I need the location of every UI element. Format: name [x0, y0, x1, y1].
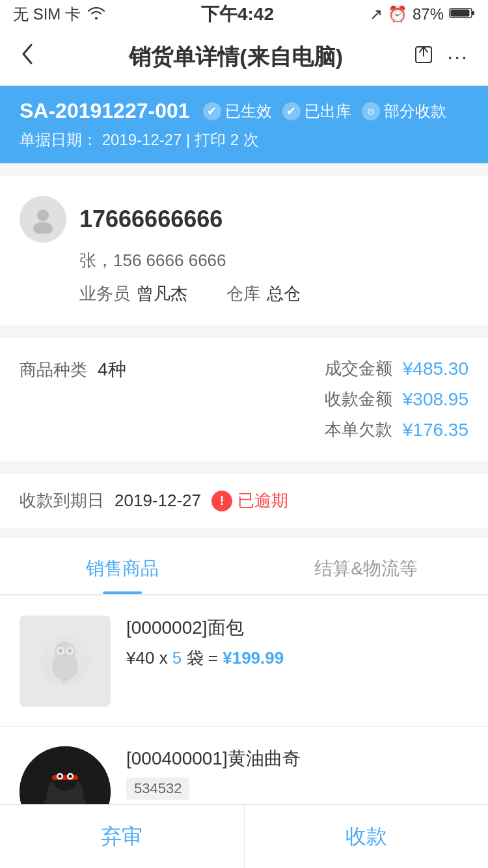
order-number: SA-20191227-001 — [20, 99, 190, 123]
order-date: 2019-12-27 — [102, 131, 182, 148]
badge-activated: ✔ 已生效 — [203, 101, 272, 122]
received-amount-row: 收款金额 ¥308.95 — [325, 388, 468, 411]
order-banner: SA-20191227-001 ✔ 已生效 ✔ 已出库 ⊙ 部分收款 单据日期：… — [0, 86, 488, 163]
battery-icon — [449, 5, 475, 23]
owed-amount-value: ¥176.35 — [403, 420, 468, 441]
deal-amount-label: 成交金额 — [325, 357, 392, 380]
sim-status: 无 SIM 卡 — [13, 4, 81, 25]
time: 下午4:42 — [201, 2, 274, 27]
product-name-2: [000400001]黄油曲奇 — [126, 746, 468, 771]
product-details-1: [0000002]面包 ¥40 x 5 袋 = ¥199.99 — [126, 616, 468, 707]
status-right: ↗ ⏰ 87% — [370, 5, 475, 23]
product-equals-1: = — [208, 648, 223, 668]
product-qty-1: 5 — [172, 648, 182, 668]
sales-person: 业务员 曾凡杰 — [79, 282, 187, 305]
product-sku-2: 534532 — [126, 778, 189, 800]
warehouse: 仓库 总仓 — [226, 282, 301, 305]
partial-icon: ⊙ — [362, 102, 380, 120]
wifi-icon — [87, 5, 105, 23]
product-name-1: [0000002]面包 — [126, 616, 468, 640]
product-total-1: ¥199.99 — [223, 648, 284, 668]
nav-bar: 销货单详情(来自电脑) ··· — [0, 29, 488, 86]
stats-section: 商品种类 4种 成交金额 ¥485.30 收款金额 ¥308.95 本单欠款 ¥… — [0, 338, 488, 461]
print-label: 打印 — [195, 131, 226, 148]
owed-amount-row: 本单欠款 ¥176.35 — [325, 418, 468, 441]
activated-icon: ✔ — [203, 102, 221, 120]
category-label: 商品种类 — [20, 359, 87, 381]
svg-point-12 — [68, 649, 72, 653]
warehouse-label: 仓库 — [226, 282, 260, 305]
svg-point-5 — [33, 222, 53, 234]
partial-label: 部分收款 — [384, 101, 446, 122]
print-suffix: 次 — [243, 131, 259, 148]
alarm-icon: ⏰ — [388, 5, 407, 23]
category-row: 商品种类 4种 — [20, 357, 126, 382]
received-amount-value: ¥308.95 — [403, 389, 468, 410]
svg-point-11 — [59, 649, 62, 653]
product-item: 管+ [0000002]面包 ¥40 x 5 袋 = ¥199.99 — [0, 596, 488, 727]
overdue-label: 已逾期 — [237, 489, 288, 512]
customer-name-phone: 张，156 6666 6666 — [20, 249, 468, 272]
svg-point-21 — [69, 775, 72, 778]
cancel-button[interactable]: 弃审 — [0, 805, 245, 868]
due-section: 收款到期日 2019-12-27 ! 已逾期 — [0, 474, 488, 528]
date-label: 单据日期： — [20, 131, 98, 148]
share-icon[interactable] — [413, 44, 434, 70]
separator: | — [186, 131, 195, 148]
deal-amount-value: ¥485.30 — [403, 359, 468, 379]
received-amount-label: 收款金额 — [325, 388, 392, 411]
customer-phone: 17666666666 — [79, 206, 223, 233]
tab-settlement[interactable]: 结算&物流等 — [244, 538, 488, 594]
battery-level: 87% — [413, 5, 444, 23]
shipped-icon: ✔ — [282, 102, 301, 120]
status-left: 无 SIM 卡 — [13, 4, 105, 25]
svg-rect-1 — [472, 11, 474, 15]
stats-left: 商品种类 4种 — [20, 357, 126, 382]
nav-actions: ··· — [413, 44, 468, 70]
product-thumbnail-1: 管+ — [20, 616, 111, 707]
confirm-button[interactable]: 收款 — [245, 805, 489, 868]
shipped-label: 已出库 — [305, 101, 351, 122]
owed-amount-label: 本单欠款 — [325, 418, 392, 441]
product-image-1: 管+ — [20, 616, 111, 707]
print-count-value: 2 — [230, 131, 239, 148]
overdue-badge: ! 已逾期 — [211, 489, 288, 512]
order-banner-top: SA-20191227-001 ✔ 已生效 ✔ 已出库 ⊙ 部分收款 — [20, 99, 468, 123]
sales-value: 曾凡杰 — [137, 282, 187, 305]
category-count: 4种 — [98, 357, 126, 382]
overdue-icon: ! — [211, 491, 232, 511]
tabs-row: 销售商品 结算&物流等 — [0, 538, 488, 594]
customer-section: 17666666666 张，156 6666 6666 业务员 曾凡杰 仓库 总… — [0, 176, 488, 325]
customer-meta: 业务员 曾凡杰 仓库 总仓 — [20, 282, 468, 305]
page-title: 销货单详情(来自电脑) — [129, 42, 343, 72]
badge-shipped: ✔ 已出库 — [282, 101, 351, 122]
activated-label: 已生效 — [225, 101, 272, 122]
svg-text:管+: 管+ — [61, 679, 70, 685]
back-button[interactable] — [20, 41, 59, 73]
avatar — [20, 196, 66, 243]
product-price-row-1: ¥40 x 5 袋 = ¥199.99 — [126, 647, 468, 670]
product-multiply-1: x — [159, 648, 172, 668]
badge-partial: ⊙ 部分收款 — [362, 101, 446, 122]
tabs-section: 销售商品 结算&物流等 — [0, 538, 488, 595]
sales-label: 业务员 — [79, 282, 130, 305]
due-date: 2019-12-27 — [115, 491, 201, 511]
svg-point-20 — [59, 775, 62, 778]
stats-right: 成交金额 ¥485.30 收款金额 ¥308.95 本单欠款 ¥176.35 — [325, 357, 468, 441]
svg-point-4 — [37, 210, 49, 221]
more-icon[interactable]: ··· — [447, 45, 468, 69]
svg-rect-2 — [450, 10, 469, 17]
deal-amount-row: 成交金额 ¥485.30 — [325, 357, 468, 380]
status-bar: 无 SIM 卡 下午4:42 ↗ ⏰ 87% — [0, 0, 488, 29]
order-date-line: 单据日期： 2019-12-27 | 打印 2 次 — [20, 129, 468, 150]
customer-row: 17666666666 — [20, 196, 468, 243]
status-badges: ✔ 已生效 ✔ 已出库 ⊙ 部分收款 — [203, 101, 446, 122]
product-unit-price-1: ¥40 — [126, 648, 154, 668]
due-label: 收款到期日 — [20, 489, 104, 512]
bottom-bar: 弃审 收款 — [0, 804, 488, 868]
svg-rect-17 — [52, 775, 78, 780]
tab-sales-products[interactable]: 销售商品 — [0, 538, 244, 594]
warehouse-value: 总仓 — [267, 282, 301, 305]
product-unit-1: 袋 — [187, 648, 204, 668]
location-icon: ↗ — [370, 5, 383, 23]
